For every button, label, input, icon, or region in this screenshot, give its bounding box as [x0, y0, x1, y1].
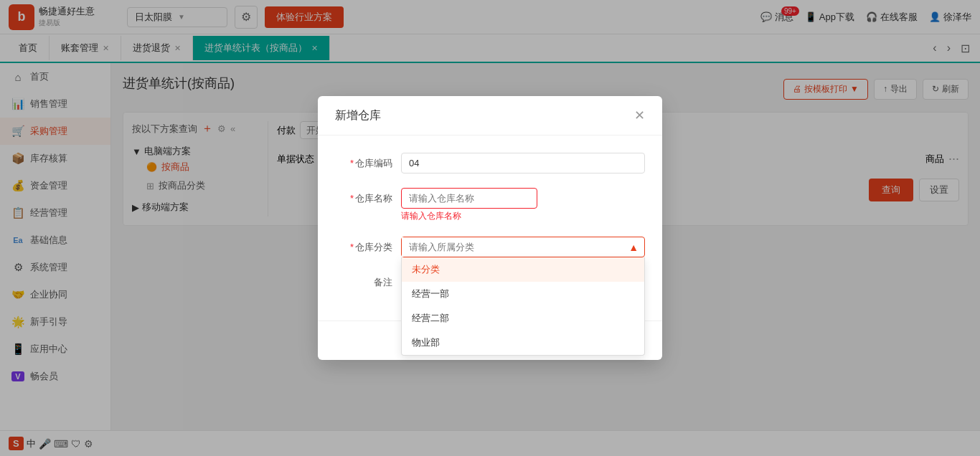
modal-close-button[interactable]: ✕	[634, 108, 645, 123]
form-item-category: *仓库分类 ▲ 未分类 经营一部 经营二部 物业部	[335, 237, 645, 257]
modal-overlay[interactable]: 新增仓库 ✕ *仓库编码 *仓库名称 请输入仓库名称	[0, 0, 980, 456]
name-label: *仓库名称	[335, 188, 392, 205]
category-option-dept2[interactable]: 经营二部	[402, 306, 644, 331]
name-error-msg: 请输入仓库名称	[401, 210, 645, 222]
category-option-property[interactable]: 物业部	[402, 331, 644, 355]
warehouse-code-input[interactable]	[401, 153, 645, 174]
add-warehouse-modal: 新增仓库 ✕ *仓库编码 *仓库名称 请输入仓库名称	[318, 96, 662, 360]
category-label: *仓库分类	[335, 237, 392, 254]
warehouse-name-input[interactable]	[401, 188, 537, 209]
form-item-code: *仓库编码	[335, 153, 645, 174]
form-item-name: *仓库名称 请输入仓库名称	[335, 188, 645, 222]
category-input-row: ▲	[401, 237, 645, 257]
category-dropdown-wrap: ▲ 未分类 经营一部 经营二部 物业部	[401, 237, 645, 257]
code-label: *仓库编码	[335, 153, 392, 170]
category-option-uncategorized[interactable]: 未分类	[402, 257, 644, 282]
modal-body: *仓库编码 *仓库名称 请输入仓库名称 *仓库分类	[318, 136, 662, 320]
name-field-wrap: 请输入仓库名称	[401, 188, 645, 222]
modal-header: 新增仓库 ✕	[318, 96, 662, 136]
category-option-dept1[interactable]: 经营一部	[402, 282, 644, 306]
modal-title: 新增仓库	[335, 108, 381, 123]
category-input[interactable]	[402, 237, 623, 257]
category-dropdown-toggle[interactable]: ▲	[623, 239, 644, 256]
remark-label: 备注	[335, 272, 392, 289]
category-dropdown-list: 未分类 经营一部 经营二部 物业部	[401, 257, 645, 356]
